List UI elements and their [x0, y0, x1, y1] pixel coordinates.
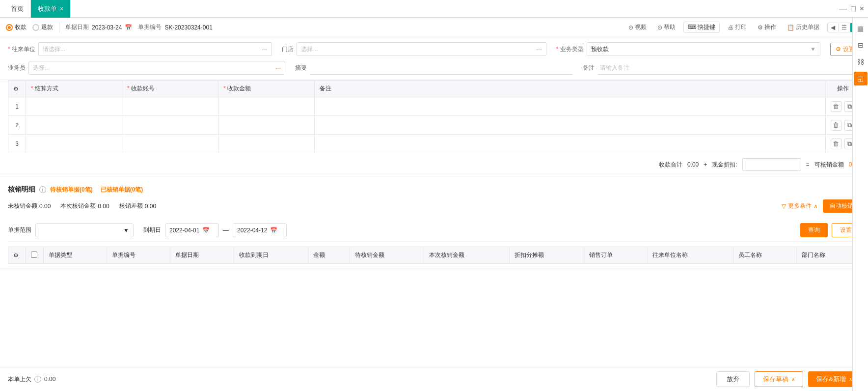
due-date-from-input[interactable]: 2022-04-01 📅: [165, 223, 219, 237]
remark-input[interactable]: 请输入备注: [597, 61, 860, 75]
radio-refund[interactable]: 退款: [32, 23, 53, 31]
view-list-btn[interactable]: ☰: [839, 23, 850, 32]
table-settings-icon[interactable]: ⚙: [8, 81, 26, 97]
radio-collect[interactable]: 收款: [6, 23, 27, 31]
partner-input[interactable]: 请选择... ···: [38, 42, 272, 56]
summary-label: 摘要: [295, 64, 307, 72]
calendar-from-icon[interactable]: 📅: [202, 227, 210, 234]
staff-more-icon[interactable]: ···: [275, 64, 281, 72]
window-controls: — □ ×: [839, 4, 864, 13]
row-2-remark[interactable]: [315, 116, 826, 135]
summary-field: 摘要: [295, 61, 572, 75]
store-more-icon[interactable]: ···: [536, 45, 542, 53]
view-left-btn[interactable]: ◀: [828, 23, 839, 32]
date-separator: —: [223, 227, 229, 234]
save-draft-btn[interactable]: 保存草稿 ∧: [755, 371, 803, 387]
date-field: 单据日期 2023-03-24 📅: [65, 23, 132, 31]
table-row: 2 🗑 ⧉: [8, 116, 860, 135]
tab-home[interactable]: 首页: [4, 0, 31, 18]
sidebar-icon-4[interactable]: ◱: [854, 72, 868, 85]
col-doc-date: 单据日期: [170, 247, 234, 264]
maximize-icon[interactable]: □: [851, 4, 856, 13]
number-value: SK-20230324-001: [164, 24, 212, 31]
row-2-settlement[interactable]: [26, 116, 122, 135]
row-3-delete-icon[interactable]: 🗑: [831, 139, 841, 149]
close-icon[interactable]: ×: [860, 4, 864, 13]
form-row-2: 业务员 选择... ··· 摘要 备注 请输入备注: [8, 61, 860, 75]
staff-input[interactable]: 选择... ···: [28, 61, 285, 75]
due-date-to-input[interactable]: 2022-04-12 📅: [233, 223, 287, 237]
divider1: [59, 23, 59, 32]
bottom-table: ⚙ 单据类型 单据编号 单据日期 收款到期日 金额 待核销金额 本次核销金额 折…: [8, 247, 860, 264]
range-select[interactable]: ▼: [35, 223, 134, 237]
discount-input[interactable]: [742, 158, 801, 171]
save-new-chevron: ∧: [849, 377, 852, 382]
sidebar-icon-3[interactable]: ⛓: [854, 55, 868, 69]
remark-label: 备注: [583, 64, 595, 72]
query-btn[interactable]: 查询: [800, 223, 828, 237]
filter-icon: ▽: [782, 203, 786, 210]
operations-btn[interactable]: ⚙ 操作: [755, 22, 779, 32]
number-field: 单据编号 SK-20230324-001: [138, 23, 212, 31]
print-btn[interactable]: 🖨 打印: [725, 22, 750, 32]
store-placeholder: 选择...: [301, 45, 318, 54]
row-2-account[interactable]: [122, 116, 218, 135]
staff-placeholder: 选择...: [33, 64, 50, 72]
row-1-account[interactable]: [122, 97, 218, 116]
help-btn[interactable]: ⊙ 帮助: [654, 22, 678, 32]
available-label: 可核销金额: [814, 161, 844, 169]
tab-home-label: 首页: [11, 4, 24, 13]
select-all-checkbox[interactable]: [31, 251, 37, 258]
row-3-settlement[interactable]: [26, 135, 122, 153]
summary-input[interactable]: [310, 61, 572, 75]
prev-order-info-icon[interactable]: i: [34, 376, 41, 383]
bottom-settings-th[interactable]: ⚙: [8, 247, 26, 264]
minimize-icon[interactable]: —: [839, 4, 847, 13]
partner-label: 往来单位: [8, 45, 35, 54]
pending-tab[interactable]: 待核销单据(0笔): [50, 186, 93, 194]
sidebar-icon-2[interactable]: ⊟: [854, 38, 868, 52]
unverified-stat: 未核销金额 0.00: [8, 202, 51, 210]
col-settlement: * 结算方式: [26, 81, 122, 97]
more-conditions-btn[interactable]: ▽ 更多条件 ∧: [782, 202, 818, 210]
col-pending: 待核销金额: [350, 247, 424, 264]
video-btn[interactable]: ⊙ 视频: [625, 22, 650, 32]
row-1-remark[interactable]: [315, 97, 826, 116]
history-btn[interactable]: 📋 历史单据: [784, 22, 822, 32]
col-discount: 折扣分摊额: [510, 247, 584, 264]
footer-left: 本单上欠 i 0.00: [8, 375, 55, 384]
business-type-input[interactable]: 预收款 ▼: [587, 42, 820, 56]
calendar-icon[interactable]: 📅: [125, 24, 132, 31]
table-row: 3 🗑 ⧉: [8, 135, 860, 153]
tab-current[interactable]: 收款单 ×: [31, 0, 71, 18]
row-3-account[interactable]: [122, 135, 218, 153]
tab-bar: 首页 收款单 × — □ ×: [0, 0, 868, 18]
shortcut-btn[interactable]: ⌨ 快捷键: [683, 22, 720, 33]
tab-close-icon[interactable]: ×: [60, 5, 63, 12]
toolbar: 收款 退款 单据日期 2023-03-24 📅 单据编号 SK-20230324…: [0, 18, 868, 37]
table-row: 1 🗑 ⧉: [8, 97, 860, 116]
radio-collect-label: 收款: [15, 23, 27, 31]
abandon-btn[interactable]: 放弃: [716, 371, 750, 387]
partner-more-icon[interactable]: ···: [262, 45, 268, 53]
sidebar-icon-1[interactable]: ▦: [854, 22, 868, 35]
range-field: 单据范围 ▼: [8, 223, 134, 237]
row-1-delete-icon[interactable]: 🗑: [831, 101, 841, 112]
store-input[interactable]: 选择... ···: [297, 42, 546, 56]
diff-stat: 核销差额 0.00: [119, 202, 156, 210]
row-2-delete-icon[interactable]: 🗑: [831, 120, 841, 131]
row-2-amount[interactable]: [218, 116, 315, 135]
calendar-to-icon[interactable]: 📅: [270, 227, 277, 234]
due-date-label: 到期日: [143, 226, 161, 234]
done-tab[interactable]: 已核销单据(0笔): [101, 186, 143, 194]
radio-collect-dot: [6, 24, 13, 31]
date-value: 2023-03-24: [92, 24, 122, 31]
row-1-amount[interactable]: [218, 97, 315, 116]
verify-info-icon[interactable]: i: [39, 186, 46, 193]
row-1-settlement[interactable]: [26, 97, 122, 116]
store-label: 门店: [282, 45, 294, 54]
range-arrow: ▼: [123, 227, 129, 234]
row-3-remark[interactable]: [315, 135, 826, 153]
row-3-amount[interactable]: [218, 135, 315, 153]
prev-order-label: 本单上欠: [8, 375, 31, 384]
